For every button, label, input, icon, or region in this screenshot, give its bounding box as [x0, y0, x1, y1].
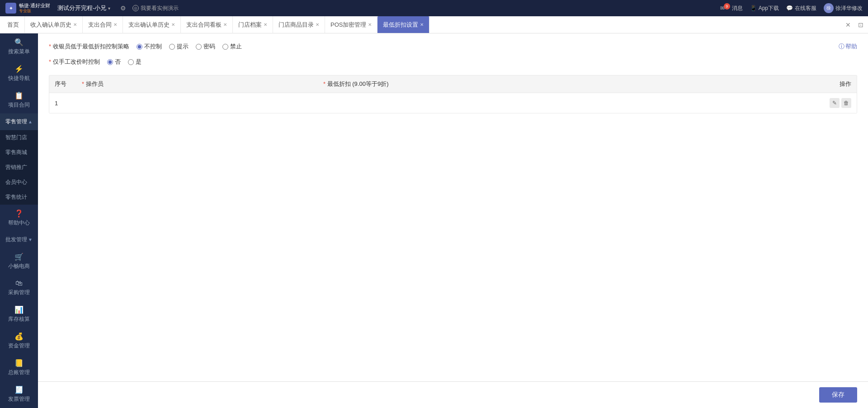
policy-remind-radio[interactable]: [169, 44, 175, 50]
sidebar-item-purchase-mgmt[interactable]: 🛍 采购管理: [0, 275, 38, 301]
row-delete-button[interactable]: 🗑: [841, 98, 851, 108]
app-icon: 📱: [750, 5, 757, 11]
content-area: ⓘ 帮助 收银员低于最低折扣控制策略 不控制: [38, 33, 868, 408]
policy-radio-group: 不控制 提示 密码 禁: [137, 42, 242, 51]
tab-close-all-button[interactable]: ✕: [843, 19, 854, 30]
policy-no-control[interactable]: 不控制: [137, 42, 162, 51]
policy-no-control-label: 不控制: [144, 42, 162, 51]
tab-store-files[interactable]: 门店档案 ✕: [233, 16, 273, 33]
save-button[interactable]: 保存: [819, 387, 857, 403]
sidebar-search-label: 搜索菜单: [8, 48, 30, 56]
tab-store-files-close[interactable]: ✕: [264, 22, 267, 27]
policy-password-radio[interactable]: [196, 44, 202, 50]
tab-payment-contract[interactable]: 支出合同 ✕: [83, 16, 123, 33]
sidebar: 🔍 搜索菜单 ⚡ 快捷导航 📋 项目合同 零售管理 ▲ 智慧门店 零售商城 营销…: [0, 33, 38, 408]
tab-pos-password[interactable]: POS加密管理 ✕: [325, 16, 377, 33]
sidebar-item-ecommerce[interactable]: 🛒 小畅电商: [0, 248, 38, 275]
sidebar-item-member-center[interactable]: 会员中心: [0, 175, 38, 190]
tab-store-files-label: 门店档案: [238, 21, 262, 29]
policy-password-label: 密码: [203, 42, 215, 51]
policy-forbid[interactable]: 禁止: [222, 42, 242, 51]
sidebar-item-retail-stats[interactable]: 零售统计: [0, 190, 38, 205]
manual-price-yes-radio[interactable]: [128, 59, 134, 65]
invoice-mgmt-icon: 🧾: [14, 385, 24, 394]
tab-payment-contract-close[interactable]: ✕: [113, 22, 117, 27]
main-card: ⓘ 帮助 收银员低于最低折扣控制策略 不控制: [38, 33, 868, 381]
retail-stats-label: 零售统计: [5, 193, 27, 201]
tab-home[interactable]: 首页: [2, 16, 25, 33]
sidebar-inventory-label: 库存核算: [8, 315, 30, 323]
policy-remind[interactable]: 提示: [169, 42, 189, 51]
sidebar-item-invoice-mgmt[interactable]: 🧾 发票管理: [0, 381, 38, 408]
sidebar-project-contract-label: 项目合同: [8, 101, 30, 109]
wholesale-mgmt-label: 批发管理: [5, 236, 27, 244]
message-badge: 9: [724, 3, 730, 9]
app-download-button[interactable]: 📱 App下载: [750, 5, 779, 12]
sidebar-item-smart-store[interactable]: 智慧门店: [0, 130, 38, 145]
policy-forbid-radio[interactable]: [222, 44, 228, 50]
sidebar-item-retail-mall[interactable]: 零售商城: [0, 145, 38, 160]
tab-pos-password-close[interactable]: ✕: [368, 22, 372, 27]
row-action-buttons: ✎ 🗑: [806, 98, 851, 108]
member-center-label: 会员中心: [5, 178, 27, 186]
tab-actions: ✕ ⊡: [843, 19, 866, 30]
demo-link[interactable]: ◎ 我要看实例演示: [132, 5, 179, 12]
row-edit-button[interactable]: ✎: [830, 98, 840, 108]
policy-label: 收银员低于最低折扣控制策略: [49, 42, 129, 51]
tab-store-products[interactable]: 门店商品目录 ✕: [273, 16, 325, 33]
sidebar-item-finance[interactable]: 💰 资金管理: [0, 328, 38, 354]
tab-min-discount[interactable]: 最低折扣设置 ✕: [377, 16, 429, 33]
sidebar-help-center-label: 帮助中心: [8, 219, 30, 227]
logo-icon: ✦: [5, 3, 16, 14]
help-center-icon: ❓: [14, 209, 24, 218]
sidebar-finance-label: 资金管理: [8, 342, 30, 350]
policy-no-control-radio[interactable]: [137, 44, 142, 50]
message-button[interactable]: ✉ 9 消息: [720, 5, 743, 12]
header-right: ✉ 9 消息 📱 App下载 💬 在线客服 徐 徐泽华修改: [720, 3, 863, 13]
manual-price-no-radio[interactable]: [107, 59, 113, 65]
service-label: 在线客服: [795, 5, 816, 12]
project-contract-icon: 📋: [14, 91, 24, 100]
tab-payment-history[interactable]: 支出确认单历史 ✕: [123, 16, 181, 33]
sidebar-item-help-center[interactable]: ❓ 帮助中心: [0, 205, 38, 231]
tab-payment-board-label: 支出合同看板: [186, 21, 222, 29]
tab-income-history[interactable]: 收入确认单历史 ✕: [25, 16, 83, 33]
retail-mall-label: 零售商城: [5, 149, 27, 156]
manual-price-no[interactable]: 否: [107, 58, 121, 66]
sidebar-item-ledger[interactable]: 📒 总账管理: [0, 354, 38, 381]
tab-min-discount-close[interactable]: ✕: [420, 22, 424, 27]
sidebar-item-marketing[interactable]: 营销推广: [0, 160, 38, 175]
online-service-button[interactable]: 💬 在线客服: [786, 5, 816, 12]
sidebar-item-retail-mgmt[interactable]: 零售管理 ▲: [0, 113, 38, 130]
manual-price-yes[interactable]: 是: [128, 58, 142, 66]
page-content: ⓘ 帮助 收银员低于最低折扣控制策略 不控制: [38, 33, 868, 381]
project-selector[interactable]: 测试分开完程-小兄 ▾: [54, 4, 114, 12]
smart-store-label: 智慧门店: [5, 134, 27, 141]
sidebar-item-quick-nav[interactable]: ⚡ 快捷导航: [0, 60, 38, 87]
policy-remind-label: 提示: [177, 42, 189, 51]
header-settings-button[interactable]: ⚙: [118, 5, 129, 12]
service-icon: 💬: [786, 5, 793, 11]
purchase-mgmt-icon: 🛍: [15, 279, 23, 287]
sidebar-item-search[interactable]: 🔍 搜索菜单: [0, 33, 38, 60]
main-layout: 🔍 搜索菜单 ⚡ 快捷导航 📋 项目合同 零售管理 ▲ 智慧门店 零售商城 营销…: [0, 33, 868, 408]
logo-text: 畅捷·通好业财: [19, 3, 50, 9]
tab-payment-board-close[interactable]: ✕: [223, 22, 227, 27]
sidebar-item-wholesale-mgmt[interactable]: 批发管理 ▼: [0, 231, 38, 248]
policy-password[interactable]: 密码: [196, 42, 215, 51]
help-button[interactable]: ⓘ 帮助: [839, 42, 857, 51]
tab-payment-history-close[interactable]: ✕: [171, 22, 175, 27]
tab-payment-board[interactable]: 支出合同看板 ✕: [181, 16, 233, 33]
discount-table: 序号 操作员 最低折扣 (9.00等于9折) 操作 1 ✎: [49, 75, 857, 113]
tab-income-history-close[interactable]: ✕: [73, 22, 77, 27]
finance-icon: 💰: [14, 332, 24, 341]
tab-store-products-close[interactable]: ✕: [316, 22, 319, 27]
tab-maximize-button[interactable]: ⊡: [855, 19, 866, 30]
sidebar-item-inventory[interactable]: 📊 库存核算: [0, 301, 38, 328]
sidebar-item-project-contract[interactable]: 📋 项目合同: [0, 87, 38, 113]
table-header: 序号 操作员 最低折扣 (9.00等于9折) 操作: [49, 75, 857, 93]
policy-form-row: 收银员低于最低折扣控制策略 不控制 提示: [49, 42, 857, 51]
app-label: App下载: [759, 5, 779, 12]
manual-price-label: 仅手工改价时控制: [49, 58, 100, 66]
user-menu[interactable]: 徐 徐泽华修改: [824, 3, 863, 13]
